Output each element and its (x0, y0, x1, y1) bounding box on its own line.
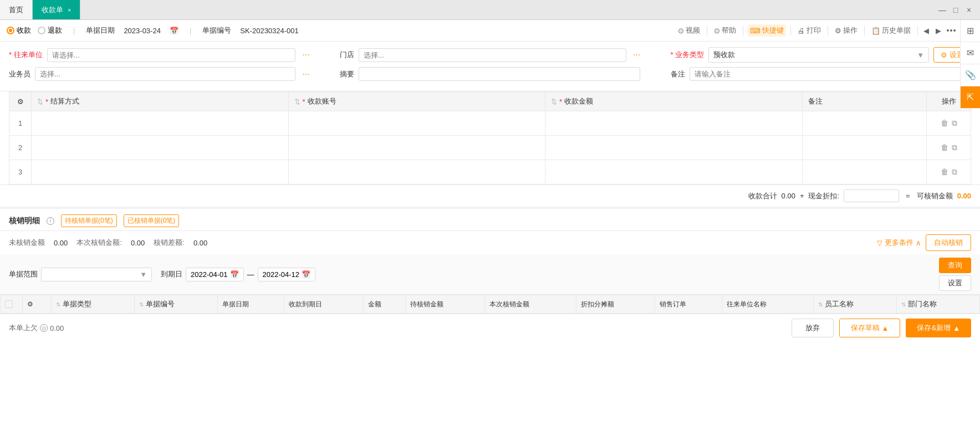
summary-input[interactable] (359, 67, 641, 81)
row-1-num: 1 (9, 111, 32, 136)
more-conditions-btn[interactable]: ▽ 更多条件 ∧ (877, 238, 921, 248)
tab-home[interactable]: 首页 (0, 0, 33, 19)
store-more-icon[interactable]: ··· (633, 50, 640, 60)
close-window-button[interactable]: × (964, 6, 973, 14)
table-settings-icon[interactable]: ⚙ (17, 98, 24, 106)
counterparty-field: * 往来单位 ··· (9, 48, 310, 62)
receipt-table-area: ⚙ ⇅ * 结算方式 ⇅ * 收款账号 (0, 91, 980, 184)
row-3-delete-icon[interactable]: 🗑 (941, 167, 948, 177)
maximize-button[interactable]: □ (951, 6, 960, 14)
date-field-label: 单据日期 (86, 25, 115, 35)
settlement-sort-icon[interactable]: ⇅ (37, 98, 43, 106)
col-this-writeoff: 本次核销金额 (484, 295, 576, 314)
row-2-amount[interactable] (545, 136, 803, 160)
row-3-settlement[interactable] (32, 160, 289, 184)
sidebar-table-icon[interactable]: ⊞ (961, 20, 981, 42)
tab-active[interactable]: 收款单 × (33, 0, 80, 19)
prev-arrow[interactable]: ◀ (922, 25, 930, 36)
pending-tab-link[interactable]: 待核销单据(0笔) (61, 214, 117, 227)
bottom-table-area: ⚙ ⇅ 单据类型 ⇅ 单据编号 (0, 295, 980, 314)
select-all-checkbox[interactable] (5, 300, 13, 308)
calendar-to-icon[interactable]: 📅 (302, 270, 310, 279)
writeoff-info-icon[interactable]: i (47, 217, 54, 225)
date-from-input[interactable]: 2022-04-01 📅 (186, 268, 244, 281)
save-draft-button[interactable]: 保存草稿 ▲ (839, 319, 901, 337)
salesman-more-icon[interactable]: ··· (302, 69, 309, 79)
range-filter: 单据范围 ▼ (9, 268, 152, 281)
shortcut-icon: ⌨ (750, 27, 760, 35)
help-button[interactable]: ⊙ 帮助 (712, 24, 738, 37)
shortcut-button[interactable]: ⌨ 快捷键 (748, 24, 786, 37)
employee-sort[interactable]: ⇅ (818, 301, 823, 307)
history-button[interactable]: 📋 历史单据 (869, 24, 913, 37)
more-dots[interactable] (947, 29, 956, 32)
doc-type-sort[interactable]: ⇅ (56, 301, 60, 307)
dept-sort[interactable]: ⇅ (901, 301, 906, 307)
row-1-account[interactable] (288, 111, 545, 136)
query-button[interactable]: 查询 (939, 258, 971, 273)
abandon-button[interactable]: 放弃 (792, 319, 834, 337)
range-select[interactable]: ▼ (41, 268, 152, 281)
radio-refund[interactable]: 退款 (38, 25, 62, 35)
sidebar-expand-icon[interactable]: ⇱ (961, 86, 981, 109)
amount-sort-icon[interactable]: ⇅ (551, 98, 557, 106)
account-sort-icon[interactable]: ⇅ (294, 98, 300, 106)
col-settings-bottom[interactable]: ⚙ (23, 295, 52, 314)
row-1-copy-icon[interactable]: ⧉ (952, 119, 957, 128)
row-1-delete-icon[interactable]: 🗑 (941, 119, 948, 128)
doc-num-sort[interactable]: ⇅ (139, 301, 144, 307)
number-field-label: 单据编号 (202, 25, 231, 35)
filter-settings-button[interactable]: 设置 (939, 275, 971, 291)
sidebar-mail-icon[interactable]: ✉ (961, 42, 981, 64)
counterparty-more-icon[interactable]: ··· (302, 50, 309, 60)
row-2-account[interactable] (288, 136, 545, 160)
row-3-account[interactable] (288, 160, 545, 184)
discount-input[interactable] (844, 189, 899, 202)
filter-row: 单据范围 ▼ 到期日 2022-04-01 📅 — 2022-04-12 � (0, 254, 980, 295)
info-circle-icon[interactable]: ⊙ (40, 324, 48, 332)
print-button[interactable]: 🖨 打印 (795, 24, 823, 37)
store-input[interactable] (359, 48, 626, 62)
row-1-remark[interactable] (802, 111, 926, 136)
tab-close-icon[interactable]: × (68, 7, 71, 13)
history-icon: 📋 (871, 27, 880, 35)
col-checkbox (1, 295, 23, 314)
calendar-icon[interactable]: 📅 (170, 27, 178, 35)
calendar-from-icon[interactable]: 📅 (230, 270, 239, 279)
business-type-label: * 业务类型 (671, 50, 705, 60)
counterparty-input[interactable] (47, 48, 295, 62)
row-2-copy-icon[interactable]: ⧉ (952, 143, 957, 152)
save-new-button[interactable]: 保存&新增 ▲ (906, 319, 971, 337)
row-3-remark[interactable] (802, 160, 926, 184)
video-button[interactable]: ⊙ 视频 (676, 24, 702, 37)
row-2-settlement[interactable] (32, 136, 289, 160)
row-3-copy-icon[interactable]: ⧉ (952, 167, 957, 177)
business-type-select[interactable]: 预收款 ▼ (708, 47, 929, 63)
row-2-remark[interactable] (802, 136, 926, 160)
auto-writeoff-button[interactable]: 自动核销 (926, 234, 971, 251)
done-tab-link[interactable]: 已核销单据(0笔) (124, 214, 180, 227)
footer: 本单上欠 ⊙ 0.00 放弃 保存草稿 ▲ 保存&新增 ▲ (0, 314, 980, 342)
shortcut-label: 快捷键 (762, 25, 784, 35)
radio-receipt[interactable]: 收款 (7, 25, 31, 35)
salesman-input[interactable] (35, 67, 295, 81)
remark-label: 备注 (671, 69, 685, 79)
action-button[interactable]: ⚙ 操作 (833, 24, 860, 37)
settings-gear-icon: ⚙ (941, 51, 947, 59)
date-to-input[interactable]: 2022-04-12 📅 (258, 268, 316, 281)
col-remark: 备注 (802, 92, 926, 111)
row-1-amount[interactable] (545, 111, 803, 136)
col-amount: ⇅ * 收款金额 (545, 92, 803, 111)
unverified-label: 未核销金额 (9, 238, 45, 248)
remark-input[interactable] (690, 67, 972, 81)
row-3-amount[interactable] (545, 160, 803, 184)
minimize-button[interactable]: — (938, 6, 947, 14)
row-1-settlement[interactable] (32, 111, 289, 136)
divider-6 (917, 25, 918, 35)
sidebar-attachment-icon[interactable]: 📎 (961, 64, 981, 86)
row-2-delete-icon[interactable]: 🗑 (941, 143, 948, 152)
next-arrow[interactable]: ▶ (935, 25, 942, 36)
number-field-value: SK-20230324-001 (240, 27, 299, 35)
col-settings[interactable]: ⚙ (9, 92, 32, 111)
help-icon: ⊙ (714, 27, 720, 35)
